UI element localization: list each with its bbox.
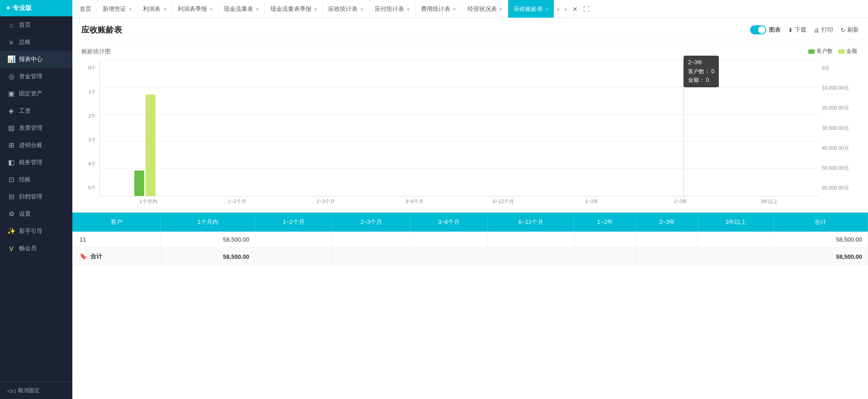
y-right-label: 20,000.00元 [822,104,849,111]
cell-customer: 11 [72,232,161,248]
print-button[interactable]: 🖨 打印 [814,26,833,34]
sidebar-item-label: 首页 [19,21,31,29]
refresh-button[interactable]: ↻ 刷新 [840,26,859,34]
cell-y23 [636,232,698,248]
sidebar-item-salary[interactable]: ◈ 工资 [0,102,72,119]
tooltip-period: 2~3年 [688,58,714,67]
tab-voucher[interactable]: 新增凭证 × [97,0,137,18]
logo-icon: ✦ [5,5,11,12]
close-icon[interactable]: × [210,6,212,12]
tab-label: 利润表 [143,5,160,13]
invoice-icon: ▤ [7,124,15,132]
tab-cashflow[interactable]: 现金流量表 × [218,0,264,18]
tab-biz-status[interactable]: 经营状况表 × [462,0,508,18]
tab-home[interactable]: 首页 [74,0,97,18]
legend-amount-dot [838,49,844,54]
tab-label: 经营状况表 [467,5,497,13]
legend-customers-dot [808,49,815,54]
tab-close-button[interactable]: ✕ [570,0,580,18]
th-m1: 1个月内 [161,213,255,232]
closing-icon: ⊡ [7,176,15,184]
cell-m23 [332,232,410,248]
sidebar-item-closing[interactable]: ⊡ 结账 [0,171,72,188]
fund-icon: ◎ [7,72,15,81]
tab-profit-quarter[interactable]: 利润表季报 × [172,0,218,18]
total-m612 [488,248,574,266]
sidebar-item-fund[interactable]: ◎ 资金管理 [0,68,72,85]
sidebar-item-label: 报表中心 [19,55,42,63]
tab-label: 应收统计表 [328,5,358,13]
tab-profit[interactable]: 利润表 × [137,0,172,18]
total-m36 [410,248,488,266]
chart-toggle[interactable]: 图表 [750,25,781,34]
x-label-2: 2~3个月 [282,198,370,205]
y-right-label: 60,000.00元 [822,185,849,191]
close-icon[interactable]: × [163,6,166,12]
unpin-button[interactable]: ◁◁ 取消固定 [0,382,72,399]
sidebar-item-label: 税务管理 [19,158,42,166]
x-label-3: 3~6个月 [370,198,459,205]
toggle-switch-handle[interactable] [750,25,766,34]
settings-icon: ⚙ [7,210,15,218]
cell-m612 [488,232,574,248]
tab-expense-stat[interactable]: 费用统计表 × [415,0,462,18]
sidebar-item-assets[interactable]: ▣ 固定资产 [0,85,72,102]
total-m12 [255,248,333,266]
tab-cashflow-quarter[interactable]: 现金流量表季报 × [265,0,323,18]
sidebar-item-vip[interactable]: V 畅会员 [0,240,72,257]
sidebar: ✦ 专业版 ⌂ 首页 ≡ 总账 📊 报表中心 ◎ 资金管理 ▣ 固定资产 ◈ 工… [0,0,72,399]
th-m36: 3~6个月 [410,213,488,232]
close-icon[interactable]: × [453,6,456,12]
tooltip-customers: 客户数： 0 [688,67,714,76]
y-label: 1个 [88,89,96,95]
th-customer: 客户 [72,213,161,232]
th-y3plus: 3年以上 [698,213,774,232]
tab-label: 费用统计表 [421,5,450,13]
close-icon[interactable]: × [314,6,317,12]
bar-customers-0 [134,171,144,196]
tab-bar: 首页 新增凭证 × 利润表 × 利润表季报 × 现金流量表 × 现金流量表季报 … [72,0,868,18]
total-y12 [574,248,636,266]
close-icon[interactable]: × [500,6,502,12]
sidebar-item-label: 资金管理 [19,72,42,81]
salary-icon: ◈ [7,107,15,115]
bar-group-4 [459,60,549,196]
sidebar-item-ledger[interactable]: ≡ 总账 [0,33,72,51]
close-icon[interactable]: × [360,6,363,12]
close-icon[interactable]: × [129,6,132,12]
sidebar-item-label: 结账 [19,176,31,184]
print-label: 打印 [821,26,833,34]
print-icon: 🖨 [814,27,820,33]
sidebar-item-purchase[interactable]: ⊞ 进销台账 [0,137,72,154]
legend-amount: 金额 [838,48,857,55]
tab-ar-stat[interactable]: 应收统计表 × [323,0,369,18]
sidebar-item-invoice[interactable]: ▤ 发票管理 [0,119,72,137]
reports-icon: 📊 [7,55,15,63]
sidebar-item-reports[interactable]: 📊 报表中心 [0,51,72,68]
sidebar-item-guide[interactable]: ✨ 新手引导 [0,223,72,240]
total-y23 [636,248,698,266]
y-label: 5个 [88,185,96,191]
tab-ar-aging[interactable]: 应收账龄表 × [508,0,554,18]
close-icon[interactable]: × [407,6,410,12]
chart-area: 账龄统计图 客户数 金额 5个 4个 3个 2个 1个 [72,40,868,213]
download-button[interactable]: ⬇ 下载 [788,26,807,34]
sidebar-item-home[interactable]: ⌂ 首页 [0,16,72,33]
chart-main: 2~3年 客户数： 0 金额： 0 [99,60,818,205]
sidebar-item-label: 发票管理 [19,124,42,132]
legend-customers: 客户数 [808,48,833,55]
total-label-cell: 🔖 合计 [72,248,161,266]
total-m23 [332,248,410,266]
tab-next-button[interactable]: › [562,0,570,18]
sidebar-item-settings[interactable]: ⚙ 设置 [0,205,72,223]
close-icon[interactable]: × [546,6,548,12]
main-area: 首页 新增凭证 × 利润表 × 利润表季报 × 现金流量表 × 现金流量表季报 … [72,0,868,399]
tab-prev-button[interactable]: ‹ [554,0,562,18]
tab-ap-stat[interactable]: 应付统计表 × [369,0,415,18]
data-table: 客户 1个月内 1~2个月 2~3个月 3~6个月 6~12个月 1~2年 2~… [72,213,868,266]
close-icon[interactable]: × [256,6,259,12]
tab-fullscreen-button[interactable]: ⛶ [580,0,592,18]
tax-icon: ◧ [7,158,15,166]
sidebar-item-tax[interactable]: ◧ 税务管理 [0,154,72,171]
sidebar-item-archive[interactable]: ⊟ 归档管理 [0,188,72,205]
